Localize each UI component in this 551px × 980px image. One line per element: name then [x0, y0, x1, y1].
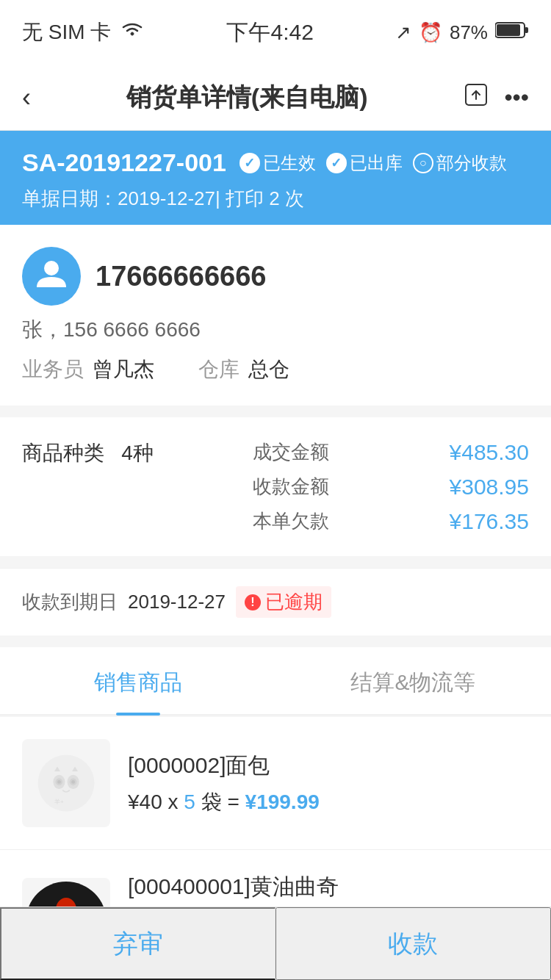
status-left: 无 SIM 卡	[22, 18, 145, 46]
svg-point-5	[44, 261, 59, 275]
product-thumbnail-1: 羊+	[22, 739, 110, 827]
share-icon[interactable]	[463, 82, 489, 114]
badge-shipped: ✓ 已出库	[326, 151, 403, 175]
table-row: 羊+ [0000002]面包 ¥40 x 5 袋 = ¥199.99	[0, 717, 551, 850]
wifi-icon	[120, 21, 145, 45]
svg-text:羊+: 羊+	[54, 799, 64, 805]
receipt-amount-row: 收款金额 ¥308.95	[253, 474, 529, 500]
status-right: ↗ ⏰ 87%	[395, 21, 529, 44]
overdue-text: 已逾期	[265, 589, 323, 615]
customer-section: 17666666666 张，156 6666 6666 业务员 曾凡杰 仓库 总…	[0, 225, 551, 406]
avatar-icon	[32, 253, 71, 299]
check-icon-2: ✓	[326, 153, 347, 173]
customer-meta: 业务员 曾凡杰 仓库 总仓	[22, 356, 529, 383]
svg-rect-2	[525, 27, 528, 33]
collect-payment-button[interactable]: 收款	[276, 907, 552, 980]
battery-label: 87%	[450, 21, 488, 44]
nav-bar: ‹ 销货单详情(来自电脑) •••	[0, 65, 551, 131]
svg-point-12	[71, 780, 75, 784]
customer-avatar	[22, 247, 81, 306]
location-icon: ↗	[395, 21, 411, 44]
overdue-label: 收款到期日	[22, 589, 118, 615]
header-banner: SA-20191227-001 ✓ 已生效 ✓ 已出库 ○ 部分收款 单据日期：…	[0, 131, 551, 225]
product-category: 商品种类 4种	[22, 439, 253, 467]
back-button[interactable]: ‹	[22, 82, 31, 113]
tab-settlement[interactable]: 结算&物流等	[276, 647, 551, 714]
tab-sales-products[interactable]: 销售商品	[0, 647, 276, 714]
order-id: SA-20191227-001	[22, 148, 226, 177]
bottom-action-bar: 弃审 收款	[0, 907, 551, 980]
overdue-badge: ! 已逾期	[236, 586, 331, 618]
customer-name-phone: 张，156 6666 6666	[22, 316, 529, 344]
clock-icon: ○	[413, 153, 433, 173]
deal-amount-row: 成交金额 ¥485.30	[253, 439, 529, 465]
overdue-date: 2019-12-27	[128, 591, 226, 613]
cancel-audit-button[interactable]: 弃审	[0, 907, 276, 980]
product-price-1: ¥40 x 5 袋 = ¥199.99	[128, 788, 529, 816]
salesperson-item: 业务员 曾凡杰	[22, 356, 154, 383]
header-date-info: 单据日期：2019-12-27| 打印 2 次	[22, 186, 529, 212]
status-time: 下午4:42	[226, 18, 313, 48]
customer-phone: 17666666666	[96, 261, 266, 292]
carrier-label: 无 SIM 卡	[22, 18, 111, 46]
svg-point-6	[38, 755, 95, 812]
nav-actions: •••	[463, 82, 529, 114]
badge-activated: ✓ 已生效	[240, 151, 316, 175]
status-badges: ✓ 已生效 ✓ 已出库 ○ 部分收款	[240, 151, 507, 175]
debt-amount-row: 本单欠款 ¥176.35	[253, 508, 529, 534]
status-bar: 无 SIM 卡 下午4:42 ↗ ⏰ 87%	[0, 0, 551, 65]
overdue-section: 收款到期日 2019-12-27 ! 已逾期	[0, 568, 551, 635]
svg-rect-1	[497, 24, 520, 36]
svg-point-11	[57, 780, 61, 784]
nav-title: 销货单详情(来自电脑)	[126, 81, 368, 115]
tabs: 销售商品 结算&物流等	[0, 647, 551, 716]
stats-section: 商品种类 4种 成交金额 ¥485.30 收款金额 ¥308.95 本单欠款 ¥…	[0, 417, 551, 556]
warehouse-item: 仓库 总仓	[198, 356, 289, 383]
more-icon[interactable]: •••	[504, 84, 529, 111]
stats-right: 成交金额 ¥485.30 收款金额 ¥308.95 本单欠款 ¥176.35	[253, 439, 529, 534]
product-name-1: [0000002]面包	[128, 751, 529, 781]
stats-left: 商品种类 4种	[22, 439, 253, 534]
check-icon-1: ✓	[240, 153, 260, 173]
battery-icon	[495, 21, 529, 44]
product-info-1: [0000002]面包 ¥40 x 5 袋 = ¥199.99	[128, 751, 529, 816]
overdue-dot-icon: !	[245, 594, 261, 610]
alarm-icon: ⏰	[419, 21, 442, 44]
badge-partial-payment: ○ 部分收款	[413, 151, 507, 175]
product-name-2: [000400001]黄油曲奇	[128, 872, 529, 902]
